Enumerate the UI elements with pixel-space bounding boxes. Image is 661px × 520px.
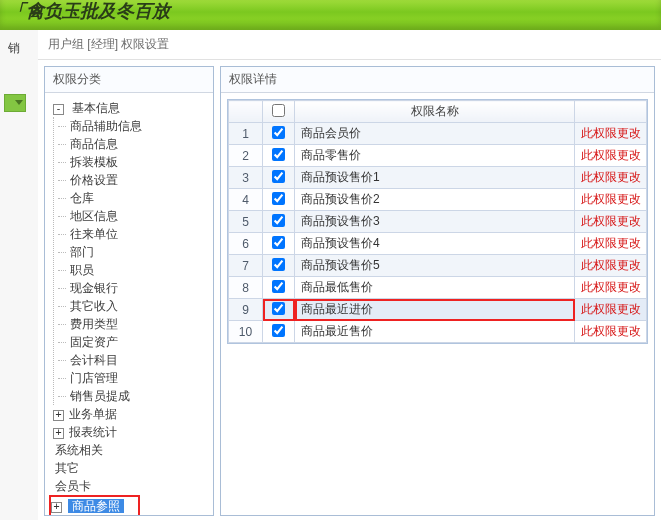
left-toolbar: 销: [0, 30, 39, 520]
row-note: 此权限更改: [575, 211, 647, 233]
tree-node[interactable]: 费用类型: [68, 317, 120, 331]
tree-node-basic[interactable]: 基本信息: [70, 101, 122, 115]
row-checkbox[interactable]: [272, 148, 285, 161]
tree-node[interactable]: 报表统计: [67, 425, 119, 439]
tree-node[interactable]: 会员卡: [53, 479, 93, 493]
tree-node[interactable]: 部门: [68, 245, 96, 259]
tree-node[interactable]: 仓库: [68, 191, 96, 205]
tree-node[interactable]: 商品辅助信息: [68, 119, 144, 133]
row-number: 6: [229, 233, 263, 255]
tree-header: 权限分类: [45, 67, 213, 93]
row-checkbox[interactable]: [272, 236, 285, 249]
tree-node[interactable]: 销售员提成: [68, 389, 132, 403]
tree-node[interactable]: 会计科目: [68, 353, 120, 367]
tree-node[interactable]: 价格设置: [68, 173, 120, 187]
breadcrumb: 用户组 [经理] 权限设置: [38, 30, 661, 60]
row-number: 10: [229, 321, 263, 343]
permission-tree-pane: 权限分类 - 基本信息 商品辅助信息 商品信息 拆装模板 价格设置 仓: [44, 66, 214, 516]
tree-node[interactable]: 拆装模板: [68, 155, 120, 169]
row-note: 此权限更改: [575, 167, 647, 189]
table-row[interactable]: 2商品零售价此权限更改: [229, 145, 647, 167]
row-checkbox[interactable]: [272, 170, 285, 183]
tree-node[interactable]: 业务单据: [67, 407, 119, 421]
table-row[interactable]: 9商品最近进价此权限更改: [229, 299, 647, 321]
table-row[interactable]: 3商品预设售价1此权限更改: [229, 167, 647, 189]
row-note: 此权限更改: [575, 277, 647, 299]
row-checkbox[interactable]: [272, 192, 285, 205]
row-checkbox[interactable]: [272, 302, 285, 315]
row-check-cell[interactable]: [263, 321, 295, 343]
table-row[interactable]: 5商品预设售价3此权限更改: [229, 211, 647, 233]
table-row[interactable]: 8商品最低售价此权限更改: [229, 277, 647, 299]
row-permission-name: 商品预设售价5: [295, 255, 575, 277]
app-title-banner: 「禽负玉批及冬百放: [0, 0, 661, 31]
row-checkbox[interactable]: [272, 280, 285, 293]
row-check-cell[interactable]: [263, 167, 295, 189]
permission-grid[interactable]: 权限名称 1商品会员价此权限更改2商品零售价此权限更改3商品预设售价1此权限更改…: [228, 100, 647, 343]
color-picker-button[interactable]: [4, 94, 26, 112]
row-check-cell[interactable]: [263, 123, 295, 145]
row-check-cell[interactable]: [263, 211, 295, 233]
grid-col-checkall[interactable]: [263, 101, 295, 123]
app-title-text: 「禽负玉批及冬百放: [8, 1, 170, 21]
breadcrumb-text: 用户组 [经理] 权限设置: [48, 37, 169, 51]
tree-node[interactable]: 系统相关: [53, 443, 105, 457]
tree-node[interactable]: 商品信息: [68, 137, 120, 151]
row-checkbox[interactable]: [272, 324, 285, 337]
row-number: 3: [229, 167, 263, 189]
row-check-cell[interactable]: [263, 145, 295, 167]
row-note: 此权限更改: [575, 233, 647, 255]
table-row[interactable]: 7商品预设售价5此权限更改: [229, 255, 647, 277]
table-row[interactable]: 6商品预设售价4此权限更改: [229, 233, 647, 255]
table-row[interactable]: 10商品最近售价此权限更改: [229, 321, 647, 343]
row-number: 9: [229, 299, 263, 321]
tree-node[interactable]: 其它: [53, 461, 81, 475]
row-checkbox[interactable]: [272, 126, 285, 139]
row-number: 5: [229, 211, 263, 233]
row-checkbox[interactable]: [272, 258, 285, 271]
table-row[interactable]: 4商品预设售价2此权限更改: [229, 189, 647, 211]
tree-collapse-icon[interactable]: -: [53, 104, 64, 115]
tree-node-selected[interactable]: 商品参照: [68, 499, 124, 513]
row-check-cell[interactable]: [263, 233, 295, 255]
tree-node[interactable]: 地区信息: [68, 209, 120, 223]
tree-expand-icon[interactable]: +: [53, 428, 64, 439]
row-note: 此权限更改: [575, 145, 647, 167]
row-note: 此权限更改: [575, 123, 647, 145]
row-checkbox[interactable]: [272, 214, 285, 227]
tree-node[interactable]: 固定资产: [68, 335, 120, 349]
row-permission-name: 商品最近进价: [295, 299, 575, 321]
tree-node[interactable]: 其它收入: [68, 299, 120, 313]
row-note: 此权限更改: [575, 299, 647, 321]
row-permission-name: 商品预设售价3: [295, 211, 575, 233]
row-number: 4: [229, 189, 263, 211]
row-number: 1: [229, 123, 263, 145]
row-check-cell[interactable]: [263, 299, 295, 321]
row-number: 7: [229, 255, 263, 277]
permission-tree[interactable]: - 基本信息 商品辅助信息 商品信息 拆装模板 价格设置 仓库 地区信息 往来单…: [45, 93, 213, 515]
grid-col-name[interactable]: 权限名称: [295, 101, 575, 123]
row-number: 2: [229, 145, 263, 167]
row-check-cell[interactable]: [263, 255, 295, 277]
row-permission-name: 商品预设售价2: [295, 189, 575, 211]
row-permission-name: 商品最低售价: [295, 277, 575, 299]
checkall-checkbox[interactable]: [272, 104, 285, 117]
tree-node[interactable]: 往来单位: [68, 227, 120, 241]
row-check-cell[interactable]: [263, 189, 295, 211]
grid-col-note[interactable]: [575, 101, 647, 123]
grid-corner: [229, 101, 263, 123]
row-check-cell[interactable]: [263, 277, 295, 299]
tree-node[interactable]: 职员: [68, 263, 96, 277]
tree-node[interactable]: 现金银行: [68, 281, 120, 295]
tree-expand-icon[interactable]: +: [51, 502, 62, 513]
row-note: 此权限更改: [575, 321, 647, 343]
permission-detail-pane: 权限详情: [220, 66, 655, 516]
table-row[interactable]: 1商品会员价此权限更改: [229, 123, 647, 145]
row-permission-name: 商品预设售价1: [295, 167, 575, 189]
row-note: 此权限更改: [575, 189, 647, 211]
tree-node[interactable]: 门店管理: [68, 371, 120, 385]
row-permission-name: 商品会员价: [295, 123, 575, 145]
tree-expand-icon[interactable]: +: [53, 410, 64, 421]
row-permission-name: 商品零售价: [295, 145, 575, 167]
toolbar-button-sales[interactable]: 销: [2, 40, 36, 54]
